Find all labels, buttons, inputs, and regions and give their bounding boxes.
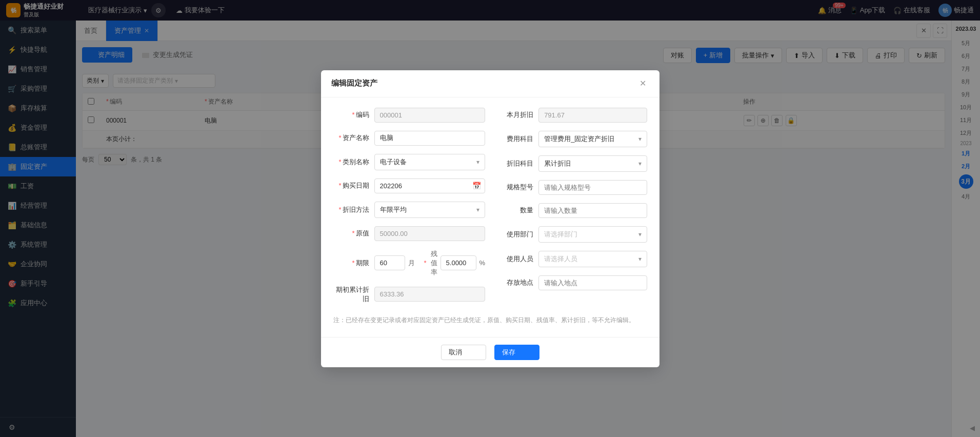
initial-depr-label: 期初累计折旧 — [333, 285, 374, 304]
depr-method-label: *折旧方法 — [333, 205, 374, 214]
person-label: 使用人员 — [497, 254, 538, 264]
save-button[interactable]: 保存 — [494, 345, 539, 360]
depr-method-select[interactable]: 年限平均 ▾ — [374, 202, 486, 218]
note-text: 注：已经存在变更记录或者对应固定资产已经生成凭证，原值、购买日期、残值率、累计折… — [333, 316, 635, 324]
monthly-depr-input — [538, 108, 647, 123]
form-row-quantity: 数量 — [497, 203, 647, 218]
quantity-label: 数量 — [497, 206, 538, 215]
expense-subject-label: 费用科目 — [497, 134, 538, 144]
purchase-date-input[interactable] — [374, 178, 486, 193]
category-label: *类别名称 — [333, 157, 374, 167]
residual-rate-input[interactable] — [441, 255, 476, 270]
chevron-down-icon-depr-sub: ▾ — [638, 160, 642, 167]
modal-two-col: *编码 *资产名称 *类别名称 — [333, 108, 647, 312]
chevron-down-icon-dept: ▾ — [638, 231, 642, 238]
form-row-period: *期限 月 * 残值率 % — [333, 249, 486, 277]
depr-subject-select[interactable]: 累计折旧 ▾ — [538, 155, 647, 172]
category-select-value: 电子设备 — [380, 157, 407, 167]
original-value-label: *原值 — [333, 229, 374, 238]
code-input[interactable] — [374, 108, 486, 123]
location-input[interactable] — [538, 275, 647, 290]
cancel-label: 取消 — [449, 348, 462, 357]
form-row-spec: 规格型号 — [497, 180, 647, 195]
modal-overlay: 编辑固定资产 ✕ *编码 *资产名称 — [0, 0, 980, 437]
name-input[interactable] — [374, 131, 486, 146]
modal-body: *编码 *资产名称 *类别名称 — [321, 97, 659, 337]
form-row-location: 存放地点 — [497, 275, 647, 290]
location-label: 存放地点 — [497, 278, 538, 287]
edit-fixed-asset-modal: 编辑固定资产 ✕ *编码 *资产名称 — [321, 70, 659, 367]
spec-label: 规格型号 — [497, 183, 538, 192]
name-label: *资产名称 — [333, 133, 374, 143]
initial-depr-input[interactable] — [374, 287, 486, 302]
form-row-person: 使用人员 请选择人员 ▾ — [497, 251, 647, 267]
form-row-depr-method: *折旧方法 年限平均 ▾ — [333, 202, 486, 218]
person-select[interactable]: 请选择人员 ▾ — [538, 251, 647, 267]
spec-input[interactable] — [538, 180, 647, 195]
residual-rate-unit-label: % — [479, 259, 486, 267]
category-select[interactable]: 电子设备 ▾ — [374, 154, 486, 170]
form-row-dept: 使用部门 请选择部门 ▾ — [497, 226, 647, 243]
expense-subject-select[interactable]: 管理费用_固定资产折旧 ▾ — [538, 131, 647, 147]
code-label: *编码 — [333, 110, 374, 120]
save-label: 保存 — [502, 348, 515, 357]
purchase-date-wrap: 📅 — [374, 178, 486, 193]
modal-close-button[interactable]: ✕ — [637, 77, 649, 90]
expense-subject-value: 管理费用_固定资产折旧 — [544, 134, 614, 144]
period-inline: 月 * 残值率 % — [374, 249, 486, 277]
chevron-down-icon-person: ▾ — [638, 255, 642, 263]
form-row-original-value: *原值 — [333, 226, 486, 241]
depr-method-value: 年限平均 — [380, 205, 407, 214]
chevron-down-icon-expense: ▾ — [638, 135, 642, 143]
depr-subject-value: 累计折旧 — [544, 159, 571, 168]
dept-placeholder: 请选择部门 — [544, 230, 577, 239]
residual-rate-label: 残值率 — [431, 249, 437, 277]
period-unit-label: 月 — [408, 259, 415, 268]
modal-footer: 取消 保存 — [321, 337, 659, 367]
modal-header: 编辑固定资产 ✕ — [321, 70, 659, 97]
chevron-down-icon-depr: ▾ — [476, 206, 479, 213]
modal-left-col: *编码 *资产名称 *类别名称 — [333, 108, 486, 312]
modal-title: 编辑固定资产 — [331, 78, 377, 88]
purchase-date-label: *购买日期 — [333, 181, 374, 190]
form-row-name: *资产名称 — [333, 131, 486, 146]
quantity-input[interactable] — [538, 203, 647, 218]
cancel-button[interactable]: 取消 — [441, 345, 486, 360]
period-input[interactable] — [374, 255, 405, 270]
modal-right-col: 本月折旧 费用科目 管理费用_固定资产折旧 ▾ — [497, 108, 647, 312]
original-value-input[interactable] — [374, 226, 486, 241]
dept-label: 使用部门 — [497, 230, 538, 239]
form-row-purchase-date: *购买日期 📅 — [333, 178, 486, 193]
form-row-code: *编码 — [333, 108, 486, 123]
form-row-monthly-depr: 本月折旧 — [497, 108, 647, 123]
monthly-depr-label: 本月折旧 — [497, 110, 538, 120]
period-label: *期限 — [333, 259, 374, 268]
form-row-expense-subject: 费用科目 管理费用_固定资产折旧 ▾ — [497, 131, 647, 147]
dept-select[interactable]: 请选择部门 ▾ — [538, 226, 647, 243]
form-row-category: *类别名称 电子设备 ▾ — [333, 154, 486, 170]
calendar-icon: 📅 — [472, 182, 481, 190]
form-row-initial-depr: 期初累计折旧 — [333, 285, 486, 304]
depr-subject-label: 折旧科目 — [497, 159, 538, 168]
person-placeholder: 请选择人员 — [544, 254, 577, 264]
form-row-depr-subject: 折旧科目 累计折旧 ▾ — [497, 155, 647, 172]
chevron-down-icon-cat-modal: ▾ — [476, 158, 479, 166]
modal-note: 注：已经存在变更记录或者对应固定资产已经生成凭证，原值、购买日期、残值率、累计折… — [333, 312, 647, 327]
